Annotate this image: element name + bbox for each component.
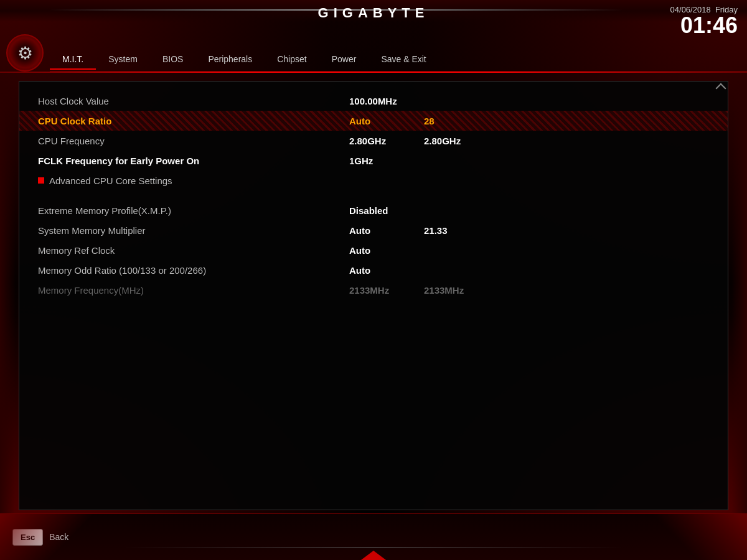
- left-decoration: [0, 81, 16, 513]
- setting-name-mem-odd-ratio: Memory Odd Ratio (100/133 or 200/266): [38, 265, 349, 276]
- navigation-tabs: M.I.T. System BIOS Peripherals Chipset P…: [50, 47, 747, 72]
- setting-value-mem-frequency: 2133MHz: [349, 285, 424, 296]
- tab-bios[interactable]: BIOS: [150, 49, 195, 69]
- main-content-panel: Host Clock Value 100.00MHz CPU Clock Rat…: [19, 81, 728, 510]
- setting-row-extreme-memory: Extreme Memory Profile(X.M.P.) Disabled: [38, 200, 709, 220]
- esc-button[interactable]: Esc: [12, 529, 43, 546]
- tab-power[interactable]: Power: [319, 49, 369, 69]
- setting-name-extreme-memory: Extreme Memory Profile(X.M.P.): [38, 205, 349, 216]
- bottom-right-decoration: [635, 513, 747, 560]
- nav-underline: [0, 72, 747, 73]
- setting-name-sys-mem-multiplier: System Memory Multiplier: [38, 225, 349, 236]
- setting-row-fclk: FCLK Frequency for Early Power On 1GHz: [38, 151, 709, 170]
- setting-value2-cpu-frequency: 2.80GHz: [424, 136, 486, 146]
- tab-system[interactable]: System: [96, 49, 150, 69]
- setting-row-host-clock: Host Clock Value 100.00MHz: [38, 91, 709, 111]
- setting-value-fclk: 1GHz: [349, 156, 424, 166]
- settings-list: Host Clock Value 100.00MHz CPU Clock Rat…: [19, 82, 728, 309]
- setting-value-extreme-memory: Disabled: [349, 205, 424, 216]
- setting-value2-sys-mem-multiplier: 21.33: [424, 225, 486, 236]
- setting-value-sys-mem-multiplier: Auto: [349, 225, 424, 236]
- right-arrow-indicator: [728, 288, 728, 303]
- gear-icon: ⚙: [6, 34, 44, 72]
- tab-save-exit[interactable]: Save & Exit: [369, 49, 438, 69]
- setting-value-host-clock: 100.00MHz: [349, 96, 424, 106]
- setting-name-cpu-frequency: CPU Frequency: [38, 136, 349, 146]
- setting-name-mem-ref-clock: Memory Ref Clock: [38, 245, 349, 256]
- setting-name-mem-frequency: Memory Frequency(MHz): [38, 285, 349, 296]
- time-display: 01:46: [680, 12, 738, 38]
- datetime-area: 04/06/2018 Friday 01:46: [670, 5, 738, 37]
- setting-row-cpu-clock-ratio[interactable]: CPU Clock Ratio Auto 28: [19, 111, 728, 131]
- setting-row-cpu-frequency: CPU Frequency 2.80GHz 2.80GHz: [38, 131, 709, 151]
- header: GIGABYTE 04/06/2018 Friday 01:46 ⚙ M.I.T…: [0, 0, 747, 75]
- setting-row-mem-frequency: Memory Frequency(MHz) 2133MHz 2133MHz: [38, 280, 709, 300]
- spacer-1: [38, 190, 709, 200]
- tab-mit[interactable]: M.I.T.: [50, 49, 96, 69]
- setting-value2-cpu-clock-ratio: 28: [424, 116, 486, 126]
- setting-name-fclk: FCLK Frequency for Early Power On: [38, 156, 349, 166]
- setting-row-mem-odd-ratio: Memory Odd Ratio (100/133 or 200/266) Au…: [38, 260, 709, 280]
- setting-value2-mem-frequency: 2133MHz: [424, 285, 486, 296]
- right-decoration: [731, 81, 747, 513]
- setting-value-cpu-clock-ratio: Auto: [349, 116, 424, 126]
- brand-title: GIGABYTE: [318, 5, 430, 21]
- setting-row-sys-mem-multiplier: System Memory Multiplier Auto 21.33: [38, 220, 709, 240]
- setting-name-advanced-cpu: Advanced CPU Core Settings: [49, 175, 360, 186]
- tab-peripherals[interactable]: Peripherals: [195, 49, 265, 69]
- setting-row-advanced-cpu[interactable]: Advanced CPU Core Settings: [38, 170, 709, 190]
- bottom-center-arrow: [361, 551, 386, 560]
- setting-name-host-clock: Host Clock Value: [38, 96, 349, 106]
- setting-value-mem-odd-ratio: Auto: [349, 265, 424, 276]
- bottom-bar: Esc Back: [0, 513, 747, 560]
- red-indicator-advanced-cpu: [38, 177, 44, 184]
- setting-row-mem-ref-clock: Memory Ref Clock Auto: [38, 240, 709, 260]
- setting-value-mem-ref-clock: Auto: [349, 245, 424, 256]
- setting-value-cpu-frequency: 2.80GHz: [349, 136, 424, 146]
- tab-chipset[interactable]: Chipset: [265, 49, 319, 69]
- back-label: Back: [49, 532, 68, 542]
- setting-name-cpu-clock-ratio: CPU Clock Ratio: [38, 116, 349, 126]
